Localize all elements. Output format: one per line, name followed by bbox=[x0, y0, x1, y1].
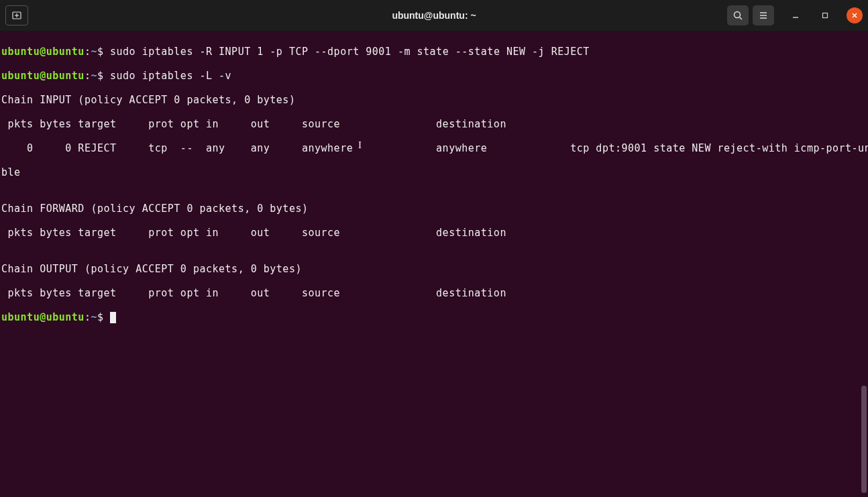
maximize-button[interactable] bbox=[817, 7, 833, 23]
minimize-icon bbox=[792, 11, 800, 19]
prompt-colon: : bbox=[85, 70, 91, 82]
output-line: ble bbox=[1, 166, 867, 178]
prompt-user-host: ubuntu@ubuntu bbox=[1, 311, 85, 323]
svg-line-4 bbox=[740, 17, 743, 20]
prompt-user-host: ubuntu@ubuntu bbox=[1, 70, 85, 82]
prompt-symbol: $ bbox=[97, 46, 104, 58]
output-line: 0 0 REJECT tcp -- any any anywhere anywh… bbox=[1, 142, 867, 154]
search-icon bbox=[733, 10, 743, 21]
hamburger-icon bbox=[758, 10, 769, 21]
output-line: Chain INPUT (policy ACCEPT 0 packets, 0 … bbox=[1, 94, 867, 106]
window-titlebar: ubuntu@ubuntu: ~ bbox=[0, 0, 868, 31]
block-cursor bbox=[110, 312, 116, 323]
output-line: pkts bytes target prot opt in out source… bbox=[1, 287, 867, 299]
prompt-colon: : bbox=[85, 46, 91, 58]
prompt-symbol: $ bbox=[97, 311, 104, 323]
prompt-colon: : bbox=[85, 311, 91, 323]
terminal-line: ubuntu@ubuntu:~$ sudo iptables -R INPUT … bbox=[1, 46, 867, 58]
svg-point-3 bbox=[735, 12, 741, 18]
svg-rect-9 bbox=[823, 13, 828, 18]
close-button[interactable] bbox=[847, 7, 863, 23]
menu-button[interactable] bbox=[753, 5, 774, 25]
terminal-output-area[interactable]: ubuntu@ubuntu:~$ sudo iptables -R INPUT … bbox=[0, 31, 868, 338]
maximize-icon bbox=[821, 11, 829, 19]
output-line: Chain FORWARD (policy ACCEPT 0 packets, … bbox=[1, 203, 867, 215]
close-icon bbox=[851, 12, 858, 19]
search-button[interactable] bbox=[727, 5, 749, 25]
prompt-symbol: $ bbox=[97, 70, 104, 82]
output-line: Chain OUTPUT (policy ACCEPT 0 packets, 0… bbox=[1, 263, 867, 275]
command-text: sudo iptables -R INPUT 1 -p TCP --dport … bbox=[110, 46, 590, 58]
command-text: sudo iptables -L -v bbox=[110, 70, 231, 82]
new-tab-button[interactable] bbox=[5, 5, 28, 25]
output-line: pkts bytes target prot opt in out source… bbox=[1, 118, 867, 130]
prompt-user-host: ubuntu@ubuntu bbox=[1, 46, 85, 58]
prompt-path: ~ bbox=[91, 70, 97, 82]
terminal-line: ubuntu@ubuntu:~$ bbox=[1, 311, 867, 323]
minimize-button[interactable] bbox=[788, 7, 804, 23]
window-title: ubuntu@ubuntu: ~ bbox=[392, 9, 476, 21]
prompt-path: ~ bbox=[91, 311, 97, 323]
new-tab-icon bbox=[11, 10, 22, 21]
terminal-line: ubuntu@ubuntu:~$ sudo iptables -L -v bbox=[1, 70, 867, 82]
prompt-path: ~ bbox=[91, 46, 97, 58]
scrollbar-thumb[interactable] bbox=[861, 386, 867, 493]
output-line: pkts bytes target prot opt in out source… bbox=[1, 227, 867, 239]
titlebar-controls bbox=[727, 5, 863, 25]
